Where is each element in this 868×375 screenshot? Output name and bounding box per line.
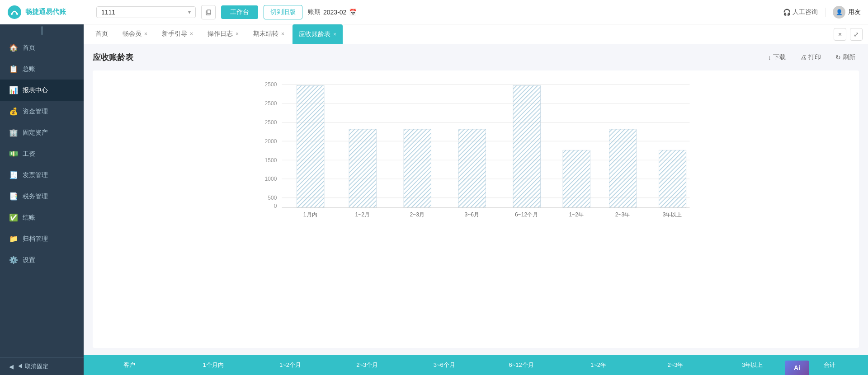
tab-period-end[interactable]: 期末结转 × — [247, 24, 291, 44]
header-right: 🎧 人工咨询 👤 用友 — [783, 6, 861, 19]
svg-rect-25 — [458, 129, 486, 208]
svg-point-0 — [8, 5, 21, 19]
period-area: 账期 2023-02 📅 — [308, 8, 357, 16]
sidebar-label-checkout: 结账 — [23, 214, 35, 222]
avatar: 👤 — [833, 6, 845, 19]
page-title-bar: 应收账龄表 ↓ 下载 🖨 打印 ↻ 刷新 — [93, 52, 859, 63]
svg-rect-27 — [563, 150, 590, 208]
switch-old-button[interactable]: 切到旧版 — [264, 5, 302, 19]
tab-close-all-button[interactable]: × — [834, 28, 846, 41]
sidebar-label-funds: 资金管理 — [23, 108, 48, 116]
ledger-icon: 📋 — [9, 65, 18, 73]
chart-container: 2500 2500 2500 2000 1500 1000 500 0 — [93, 70, 859, 348]
ai-label: Ai — [794, 364, 800, 371]
company-name: 1111 — [101, 9, 185, 16]
tab-guide[interactable]: 新手引导 × — [156, 24, 199, 44]
tab-ar-aging-label: 应收账龄表 — [299, 30, 330, 38]
print-label: 打印 — [808, 53, 821, 61]
sidebar-item-settings[interactable]: ⚙️ 设置 — [0, 249, 84, 271]
assets-icon: 🏢 — [9, 128, 18, 137]
consultation-label: 人工咨询 — [793, 8, 818, 16]
svg-text:2500: 2500 — [265, 100, 277, 107]
svg-rect-24 — [404, 129, 431, 208]
calendar-icon[interactable]: 📅 — [349, 9, 357, 16]
sidebar-scroll: 🏠 首页 📋 总账 📊 报表中心 💰 资金管理 🏢 固定资产 💵 工资 — [0, 24, 84, 357]
sidebar-item-assets[interactable]: 🏢 固定资产 — [0, 122, 84, 143]
tab-ar-aging[interactable]: 应收账龄表 × — [292, 24, 343, 44]
sidebar-item-funds[interactable]: 💰 资金管理 — [0, 101, 84, 122]
page-content: 应收账龄表 ↓ 下载 🖨 打印 ↻ 刷新 — [84, 44, 868, 355]
cancel-fixed-label: ◀ 取消固定 — [17, 362, 48, 370]
ai-badge[interactable]: Ai — [785, 361, 809, 375]
divider — [825, 8, 826, 17]
chart-svg: 2500 2500 2500 2000 1500 1000 500 0 — [102, 80, 850, 229]
cancel-fixed-button[interactable]: ◀ ◀ 取消固定 — [0, 357, 84, 375]
logo-text: 畅捷通易代账 — [25, 8, 66, 16]
table-header: 客户 1个月内 1~2个月 2~3个月 3~6个月 6~12个月 1~2年 2~… — [84, 355, 868, 375]
refresh-button[interactable]: ↻ 刷新 — [832, 52, 859, 63]
sidebar-item-archive[interactable]: 📁 归档管理 — [0, 228, 84, 249]
sidebar-label-home: 首页 — [23, 44, 35, 52]
tab-period-end-close[interactable]: × — [281, 31, 284, 37]
sidebar-label-salary: 工资 — [23, 150, 35, 158]
tab-period-end-label: 期末结转 — [253, 30, 278, 38]
th-1month: 1个月内 — [175, 361, 251, 369]
period-value: 2023-02 — [323, 9, 346, 16]
svg-text:3年以上: 3年以上 — [663, 211, 682, 218]
th-customer: 客户 — [84, 361, 175, 369]
tab-home[interactable]: 首页 — [89, 24, 114, 44]
th-6-12month: 6~12个月 — [483, 361, 560, 369]
sidebar-item-ledger[interactable]: 📋 总账 — [0, 58, 84, 80]
sidebar-item-tax[interactable]: 📑 税务管理 — [0, 186, 84, 207]
sidebar-item-checkout[interactable]: ✅ 结账 — [0, 207, 84, 228]
consultation-button[interactable]: 🎧 人工咨询 — [783, 8, 818, 16]
checkout-icon: ✅ — [9, 213, 18, 222]
svg-rect-29 — [659, 150, 686, 208]
copy-icon — [205, 9, 212, 16]
toolbar-actions: ↓ 下载 🖨 打印 ↻ 刷新 — [764, 52, 859, 63]
tab-oplog-close[interactable]: × — [236, 31, 239, 37]
th-2-3month: 2~3个月 — [329, 361, 406, 369]
tab-member-close[interactable]: × — [144, 31, 147, 37]
sidebar-item-salary[interactable]: 💵 工资 — [0, 143, 84, 164]
sidebar-item-home[interactable]: 🏠 首页 — [0, 37, 84, 58]
tab-ar-aging-close[interactable]: × — [333, 31, 336, 38]
tax-icon: 📑 — [9, 192, 18, 201]
sidebar-item-reports[interactable]: 📊 报表中心 — [0, 80, 84, 101]
logo-area: 畅捷通易代账 — [7, 5, 91, 19]
tab-home-label: 首页 — [95, 30, 108, 38]
user-name: 用友 — [848, 8, 861, 16]
svg-text:6~12个月: 6~12个月 — [515, 211, 538, 218]
sidebar-label-archive: 归档管理 — [23, 235, 48, 243]
user-area[interactable]: 👤 用友 — [833, 6, 861, 19]
tab-oplog[interactable]: 操作日志 × — [201, 24, 245, 44]
svg-text:3~6月: 3~6月 — [464, 211, 479, 218]
workbench-button[interactable]: 工作台 — [221, 5, 258, 19]
tab-expand-button[interactable]: ⤢ — [850, 28, 863, 41]
reports-icon: 📊 — [9, 86, 18, 94]
svg-point-1 — [11, 13, 13, 15]
bar-chart: 2500 2500 2500 2000 1500 1000 500 0 — [102, 80, 850, 229]
sidebar-label-reports: 报表中心 — [23, 86, 48, 94]
copy-button[interactable] — [201, 5, 216, 19]
period-label: 账期 — [308, 8, 321, 16]
download-button[interactable]: ↓ 下载 — [764, 52, 789, 63]
svg-text:0: 0 — [274, 203, 277, 209]
archive-icon: 📁 — [9, 234, 18, 243]
refresh-label: 刷新 — [843, 53, 855, 61]
page-title: 应收账龄表 — [93, 52, 133, 63]
sidebar-item-invoice[interactable]: 🧾 发票管理 — [0, 164, 84, 186]
sidebar-label-ledger: 总账 — [23, 65, 35, 73]
tab-member[interactable]: 畅会员 × — [116, 24, 154, 44]
tab-guide-close[interactable]: × — [190, 31, 193, 37]
sidebar-label-assets: 固定资产 — [23, 129, 48, 137]
refresh-icon: ↻ — [835, 54, 841, 61]
sidebar-label-tax: 税务管理 — [23, 192, 48, 201]
tab-member-label: 畅会员 — [123, 30, 142, 38]
chevron-down-icon: ▾ — [188, 9, 191, 15]
svg-text:2500: 2500 — [265, 81, 277, 88]
company-selector[interactable]: 1111 ▾ — [96, 6, 196, 18]
svg-text:1~2年: 1~2年 — [569, 211, 584, 218]
print-button[interactable]: 🖨 打印 — [797, 52, 825, 63]
svg-text:1500: 1500 — [265, 157, 277, 164]
